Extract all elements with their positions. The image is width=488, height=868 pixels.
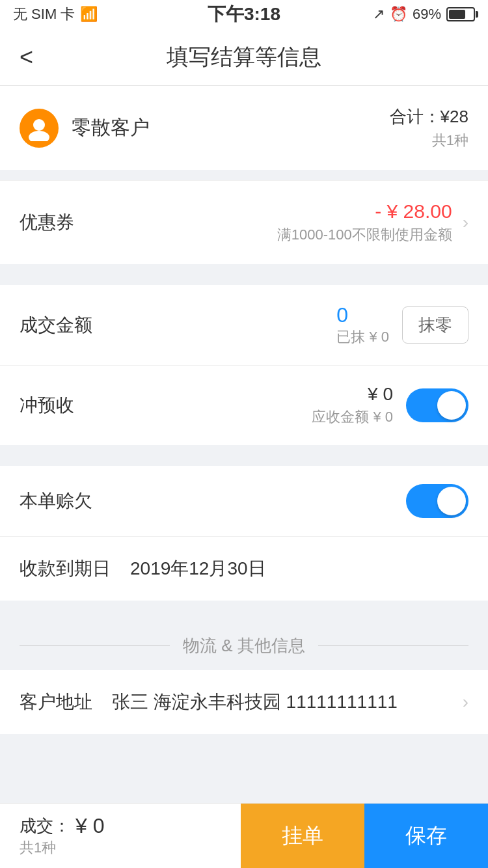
prepayment-receivable: 应收金额 ¥ 0 bbox=[312, 407, 393, 427]
prepayment-toggle[interactable] bbox=[406, 388, 468, 422]
logistics-line-right bbox=[318, 645, 468, 646]
section-divider-3 bbox=[0, 611, 488, 621]
total-count: 共1种 bbox=[390, 131, 468, 150]
round-button[interactable]: 抹零 bbox=[402, 306, 468, 344]
section-divider-1 bbox=[0, 275, 488, 285]
deal-amount-row: 成交金额 0 已抹 ¥ 0 抹零 bbox=[0, 285, 488, 365]
deal-amount-section: 成交金额 0 已抹 ¥ 0 抹零 冲预收 ¥ 0 应收金额 ¥ 0 bbox=[0, 285, 488, 445]
status-left: 无 SIM 卡 📶 bbox=[13, 5, 98, 24]
status-time: 下午3:18 bbox=[208, 2, 280, 27]
customer-left: 零散客户 bbox=[20, 109, 150, 148]
svg-point-1 bbox=[29, 131, 49, 141]
logistics-line-left bbox=[20, 645, 170, 646]
prepayment-row: 冲预收 ¥ 0 应收金额 ¥ 0 bbox=[0, 365, 488, 445]
back-button[interactable]: < bbox=[20, 44, 33, 71]
location-icon: ↗ bbox=[373, 6, 385, 23]
credit-toggle-knob bbox=[437, 487, 466, 515]
customer-row[interactable]: 零散客户 合计：¥28 共1种 bbox=[0, 86, 488, 170]
battery-icon bbox=[446, 7, 475, 21]
save-button[interactable]: 保存 bbox=[364, 804, 488, 868]
bottom-bar: 成交： ¥ 0 共1种 挂单 保存 bbox=[0, 803, 488, 868]
avatar bbox=[20, 109, 59, 148]
credit-section: 本单赊欠 收款到期日 2019年12月30日 bbox=[0, 466, 488, 601]
prepayment-amount-info: ¥ 0 应收金额 ¥ 0 bbox=[312, 384, 393, 427]
toggle-knob bbox=[437, 391, 466, 420]
prepayment-right: ¥ 0 应收金额 ¥ 0 bbox=[312, 384, 468, 427]
coupon-section: 优惠券 - ¥ 28.00 满1000-100不限制使用金额 › bbox=[0, 180, 488, 264]
customer-total: 合计：¥28 共1种 bbox=[390, 105, 468, 150]
bottom-deal-label: 成交： bbox=[20, 815, 70, 837]
bottom-count: 共1种 bbox=[20, 838, 221, 858]
customer-section: 零散客户 合计：¥28 共1种 bbox=[0, 86, 488, 170]
content: 零散客户 合计：¥28 共1种 优惠券 - ¥ 28.00 满1000-100不… bbox=[0, 86, 488, 822]
due-date-row: 收款到期日 2019年12月30日 bbox=[0, 536, 488, 601]
status-right: ↗ ⏰ 69% bbox=[373, 6, 475, 23]
nav-bar: < 填写结算等信息 bbox=[0, 29, 488, 86]
address-section: 客户地址 张三 海淀永丰科技园 11111111111 › bbox=[0, 670, 488, 734]
page-title: 填写结算等信息 bbox=[167, 42, 321, 72]
carrier-label: 无 SIM 卡 bbox=[13, 5, 75, 24]
coupon-info: - ¥ 28.00 满1000-100不限制使用金额 bbox=[277, 200, 452, 245]
bottom-deal: 成交： ¥ 0 bbox=[20, 814, 221, 838]
address-value: 张三 海淀永丰科技园 11111111111 bbox=[112, 690, 463, 714]
coupon-amount: - ¥ 28.00 bbox=[277, 200, 452, 223]
deal-amount-value: 0 bbox=[336, 303, 389, 327]
address-label: 客户地址 bbox=[20, 690, 92, 714]
logistics-header: 物流 & 其他信息 bbox=[0, 621, 488, 670]
svg-point-0 bbox=[33, 119, 45, 131]
alarm-icon: ⏰ bbox=[390, 6, 407, 23]
due-date-label: 收款到期日 bbox=[20, 556, 111, 581]
credit-row: 本单赊欠 bbox=[0, 466, 488, 536]
customer-name: 零散客户 bbox=[72, 115, 150, 141]
deal-rounding-info: 已抹 ¥ 0 bbox=[336, 327, 389, 347]
total-amount: 合计：¥28 bbox=[390, 105, 468, 128]
wifi-icon: 📶 bbox=[80, 6, 98, 23]
bottom-info: 成交： ¥ 0 共1种 bbox=[0, 804, 241, 868]
address-row[interactable]: 客户地址 张三 海淀永丰科技园 11111111111 › bbox=[0, 670, 488, 734]
chevron-right-icon: › bbox=[463, 212, 468, 233]
hang-button[interactable]: 挂单 bbox=[241, 804, 364, 868]
coupon-row[interactable]: 优惠券 - ¥ 28.00 满1000-100不限制使用金额 › bbox=[0, 180, 488, 264]
credit-toggle[interactable] bbox=[406, 484, 468, 518]
prepayment-amount: ¥ 0 bbox=[312, 384, 393, 405]
coupon-label: 优惠券 bbox=[20, 210, 74, 235]
deal-amount-info: 0 已抹 ¥ 0 bbox=[336, 303, 389, 347]
credit-label: 本单赊欠 bbox=[20, 489, 92, 513]
coupon-description: 满1000-100不限制使用金额 bbox=[277, 225, 452, 245]
bottom-deal-amount: ¥ 0 bbox=[75, 814, 104, 838]
status-bar: 无 SIM 卡 📶 下午3:18 ↗ ⏰ 69% bbox=[0, 0, 488, 29]
deal-amount-label: 成交金额 bbox=[20, 313, 92, 338]
due-date-value: 2019年12月30日 bbox=[130, 556, 266, 581]
coupon-right: - ¥ 28.00 满1000-100不限制使用金额 › bbox=[277, 200, 468, 245]
prepayment-label: 冲预收 bbox=[20, 393, 74, 418]
address-chevron-icon: › bbox=[463, 692, 468, 712]
deal-amount-right: 0 已抹 ¥ 0 抹零 bbox=[336, 303, 468, 347]
section-divider-2 bbox=[0, 455, 488, 466]
battery-percent: 69% bbox=[413, 6, 441, 23]
logistics-title: 物流 & 其他信息 bbox=[183, 634, 305, 657]
